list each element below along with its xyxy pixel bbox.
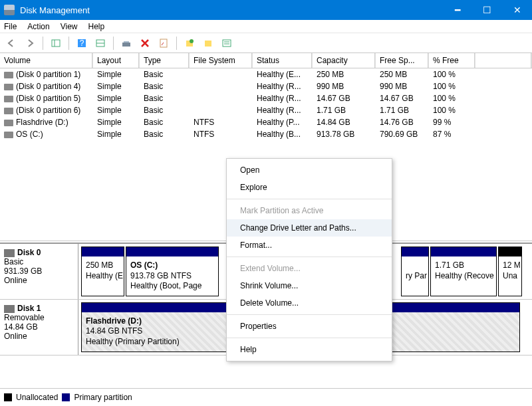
menu-action[interactable]: Action [27,22,49,31]
volume-icon [4,108,13,114]
disk-icon [4,249,15,257]
volume-icon [4,132,13,138]
partition[interactable]: 1.71 GBHealthy (Recove [430,247,497,296]
ctx-help[interactable]: Help [227,341,392,358]
disk-info[interactable]: Disk 1Removable14.84 GBOnline [0,300,78,355]
menu-bar: File Action View Help [0,20,532,33]
ctx-open[interactable]: Open [227,161,392,179]
maximize-button[interactable]: ☐ [472,0,502,20]
legend-unallocated-label: Unallocated [16,393,58,402]
partition[interactable]: ry Par [401,247,429,296]
col-volume[interactable]: Volume [0,53,93,68]
properties-button[interactable] [156,36,171,51]
window-title: Disk Management [20,5,442,15]
ctx-shrink-volume[interactable]: Shrink Volume... [227,277,392,294]
legend-primary-label: Primary partition [74,393,132,402]
svg-rect-0 [52,40,60,47]
ctx-format[interactable]: Format... [227,237,392,254]
volume-icon [4,84,13,90]
volume-row[interactable]: (Disk 0 partition 6)SimpleBasicHealthy (… [0,104,532,116]
svg-rect-11 [205,41,211,47]
col-percent-free[interactable]: % Free [429,53,475,68]
volume-icon [4,120,13,126]
col-status[interactable]: Status [253,53,313,68]
menu-file[interactable]: File [4,22,17,31]
svg-rect-8 [160,39,167,47]
partition[interactable]: 250 MBHealthy (EF [81,247,124,296]
menu-view[interactable]: View [61,22,78,31]
svg-text:?: ? [80,39,84,48]
col-layout[interactable]: Layout [93,53,140,68]
svg-rect-6 [122,43,130,47]
new-volume-button[interactable] [182,36,197,51]
title-bar: Disk Management ━ ☐ ✕ [0,0,532,20]
ctx-explore[interactable]: Explore [227,179,392,196]
unallocated-region[interactable]: 12 MUna [498,247,522,296]
disk-info[interactable]: Disk 0Basic931.39 GBOnline [0,244,78,299]
show-hide-console-tree-button[interactable] [49,36,63,51]
volume-row[interactable]: Flashdrive (D:)SimpleBasicNTFSHealthy (P… [0,116,532,128]
ctx-extend-volume: Extend Volume... [227,260,392,277]
volume-row[interactable]: (Disk 0 partition 1)SimpleBasicHealthy (… [0,68,532,80]
toolbar: ? [0,33,532,53]
ctx-change-drive-letter[interactable]: Change Drive Letter and Paths... [227,219,392,237]
volume-row[interactable]: (Disk 0 partition 5)SimpleBasicHealthy (… [0,92,532,104]
context-menu: Open Explore Mark Partition as Active Ch… [226,158,392,361]
volume-list-header: Volume Layout Type File System Status Ca… [0,53,532,68]
col-spacer [475,53,532,68]
disk-icon [4,305,15,313]
close-button[interactable]: ✕ [502,0,532,20]
menu-help[interactable]: Help [88,22,105,31]
attach-vhd-button[interactable] [201,36,215,51]
app-icon [4,5,15,15]
delete-button[interactable] [138,36,152,51]
volume-row[interactable]: OS (C:)SimpleBasicNTFSHealthy (B...913.7… [0,128,532,140]
volume-icon [4,72,13,78]
legend: Unallocated Primary partition [0,388,532,406]
volume-icon [4,96,13,102]
ctx-mark-active: Mark Partition as Active [227,202,392,219]
volume-row[interactable]: (Disk 0 partition 4)SimpleBasicHealthy (… [0,80,532,92]
col-filesystem[interactable]: File System [190,53,253,68]
legend-unallocated-swatch [4,393,12,401]
svg-rect-7 [124,41,129,43]
window-controls: ━ ☐ ✕ [442,0,532,20]
forward-button[interactable] [23,36,37,51]
action-list-button[interactable] [219,36,234,51]
help-button[interactable]: ? [74,36,89,51]
col-capacity[interactable]: Capacity [313,53,376,68]
col-free-space[interactable]: Free Sp... [376,53,429,68]
minimize-button[interactable]: ━ [442,0,472,20]
settings-panel-button[interactable] [93,36,108,51]
svg-point-10 [190,39,194,43]
col-type[interactable]: Type [140,53,190,68]
partition[interactable]: OS (C:)913.78 GB NTFSHealthy (Boot, Page [126,247,219,296]
back-button[interactable] [4,36,19,51]
refresh-button[interactable] [119,36,134,51]
ctx-delete-volume[interactable]: Delete Volume... [227,294,392,312]
svg-rect-12 [223,40,231,47]
ctx-properties[interactable]: Properties [227,318,392,335]
legend-primary-swatch [62,393,70,401]
